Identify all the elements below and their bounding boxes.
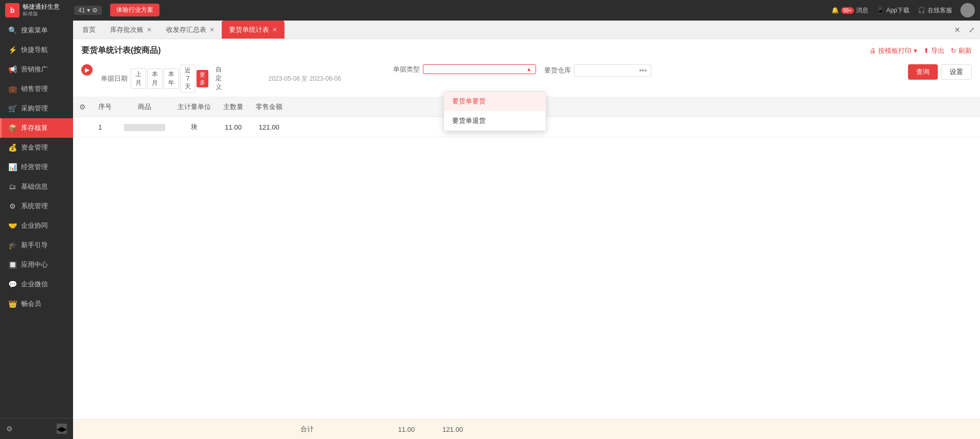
filter-bar: ▶ 单据日期 上月 本月 本年 近7天 更多 自定义 2023-05-06 至 …	[73, 60, 980, 97]
footer-label: 合计	[300, 425, 314, 434]
app-download-label: App下载	[886, 6, 910, 15]
sidebar-item-apps[interactable]: 🔲 应用中心	[0, 255, 73, 275]
refresh-btn[interactable]: ↻ 刷新	[951, 46, 972, 56]
notification-badge: 99+	[841, 7, 854, 14]
filter-action-btns: 查询 设置	[908, 64, 972, 80]
sidebar-item-enterprise[interactable]: 🤝 企业协同	[0, 216, 73, 235]
date-btn-this-year[interactable]: 本年	[164, 68, 179, 89]
phone-icon: 📱	[877, 7, 884, 14]
app-download-area[interactable]: 📱 App下载	[877, 6, 910, 15]
tab-expand-btn[interactable]: ⤢	[966, 24, 978, 36]
sidebar-item-shortcut[interactable]: ⚡ 快捷导航	[0, 40, 73, 60]
company-name: 畅捷通好生意	[23, 3, 60, 10]
table-footer-container: 合计 11.00 121.00	[73, 419, 980, 439]
top-header: b 畅捷通好生意 标准版 41 ▾ ⚙ 体验行业方案 🔔 99+ 消息 📱 Ap…	[0, 0, 980, 21]
dropdown-item-2[interactable]: 要货单退货	[444, 111, 546, 131]
member-icon: 👑	[8, 299, 17, 308]
purchase-icon: 🛒	[8, 104, 17, 113]
sales-icon: 💼	[8, 84, 17, 94]
sidebar-label-sales: 销售管理	[21, 84, 48, 94]
date-btn-7days[interactable]: 近7天	[180, 65, 195, 93]
sidebar-label-member: 畅会员	[21, 299, 41, 308]
footer-amount: 121.00	[432, 426, 473, 433]
tab-requisition_summary[interactable]: 要货单统计表✕	[222, 21, 284, 39]
date-btn-prev-month[interactable]: 上月	[131, 68, 146, 89]
row-amount: 121.00	[250, 117, 289, 137]
apps-icon: 🔲	[8, 260, 17, 269]
user-avatar[interactable]	[960, 3, 975, 17]
account-selector[interactable]: 41 ▾ ⚙	[74, 6, 102, 15]
sidebar-item-guide[interactable]: 🎓 新手引导	[0, 235, 73, 255]
sidebar-item-basic[interactable]: 🗂 基础信息	[0, 177, 73, 196]
sidebar-item-operation[interactable]: 📊 经营管理	[0, 157, 73, 177]
filter-settings-btn[interactable]: 设置	[941, 64, 972, 80]
sidebar-item-finance[interactable]: 💰 资金管理	[0, 138, 73, 157]
trial-btn[interactable]: 体验行业方案	[110, 4, 159, 16]
settings-icon[interactable]: ⚙	[79, 103, 86, 111]
page-header-actions: 🖨 按模板打印 ▾ ⬆ 导出 ↻ 刷新	[869, 46, 972, 56]
row-quantity: 11.00	[217, 117, 250, 137]
sidebar-label-purchase: 采购管理	[21, 104, 48, 113]
date-filter-label: 单据日期	[101, 74, 128, 83]
dropdown-item-1[interactable]: 要货单要货	[444, 92, 546, 111]
tab-close-all-btn[interactable]: ✕	[951, 24, 964, 36]
table-footer: 合计 11.00 121.00	[73, 419, 980, 439]
tab-close-receivable_summary[interactable]: ✕	[209, 26, 215, 33]
warehouse-select[interactable]: •••	[574, 64, 651, 77]
page-title: 要货单统计表(按商品)	[81, 45, 161, 56]
sidebar-item-sales[interactable]: 💼 销售管理	[0, 79, 73, 99]
tab-home[interactable]: 首页	[75, 21, 103, 39]
sidebar-item-inventory[interactable]: 📦 库存核算	[0, 118, 73, 138]
sidebar-label-basic: 基础信息	[21, 182, 48, 191]
online-service-area[interactable]: 🎧 在线客服	[918, 6, 952, 15]
sidebar-label-wechat: 企业微信	[21, 280, 48, 289]
sidebar-collapse-btn[interactable]: ◀▶	[57, 424, 67, 434]
bell-icon: 🔔	[831, 7, 839, 14]
sidebar-item-member[interactable]: 👑 畅会员	[0, 294, 73, 314]
tab-close-requisition_summary[interactable]: ✕	[272, 26, 277, 33]
marketing-icon: 📢	[8, 65, 17, 74]
chevron-down-icon: ▾	[87, 7, 90, 14]
inventory-icon: 📦	[8, 123, 17, 133]
col-settings[interactable]: ⚙	[73, 97, 92, 117]
filter-expand-btn[interactable]: ▶	[81, 64, 93, 76]
export-icon: ⬆	[923, 47, 929, 54]
warehouse-dots-icon: •••	[639, 66, 647, 75]
query-btn[interactable]: 查询	[908, 64, 938, 80]
sidebar-label-inventory: 库存核算	[21, 123, 48, 133]
sidebar-scroll: 🔍 搜索菜单 ⚡ 快捷导航 📢 营销推广 💼 销售管理 🛒 采购管理 📦 库存核…	[0, 21, 73, 418]
sidebar-label-apps: 应用中心	[21, 260, 48, 269]
tab-inventory_batch[interactable]: 库存批次账✕	[103, 21, 159, 39]
sidebar-item-marketing[interactable]: 📢 营销推广	[0, 60, 73, 79]
type-select[interactable]: ▲	[423, 64, 536, 74]
tab-bar-actions: ✕ ⤢	[951, 24, 978, 36]
sidebar-item-wechat[interactable]: 💬 企业微信	[0, 275, 73, 294]
search-icon: 🔍	[8, 26, 17, 35]
sidebar-item-search[interactable]: 🔍 搜索菜单	[0, 21, 73, 40]
account-count: 41	[78, 7, 85, 14]
date-btn-this-month[interactable]: 本月	[147, 68, 163, 89]
print-template-btn[interactable]: 🖨 按模板打印 ▾	[869, 46, 917, 56]
notification-area[interactable]: 🔔 99+ 消息	[831, 6, 868, 15]
sidebar-item-system[interactable]: ⚙ 系统管理	[0, 196, 73, 216]
refresh-label: 刷新	[958, 46, 972, 56]
sidebar: 🔍 搜索菜单 ⚡ 快捷导航 📢 营销推广 💼 销售管理 🛒 采购管理 📦 库存核…	[0, 21, 73, 439]
type-select-arrow: ▲	[526, 66, 531, 72]
row-unit: 块	[171, 117, 217, 137]
date-range-display: 2023-05-06 至 2023-06-06	[235, 75, 385, 83]
settings-icon[interactable]: ⚙	[92, 7, 98, 14]
content-area: 首页库存批次账✕收发存汇总表✕要货单统计表✕ ✕ ⤢ 要货单统计表(按商品) 🖨…	[73, 21, 980, 439]
tab-close-inventory_batch[interactable]: ✕	[147, 26, 152, 33]
col-extra	[289, 97, 980, 117]
tab-receivable_summary[interactable]: 收发存汇总表✕	[159, 21, 222, 39]
date-custom-btn[interactable]: 自定义	[211, 64, 228, 93]
sidebar-label-operation: 经营管理	[21, 162, 48, 172]
sidebar-item-purchase[interactable]: 🛒 采购管理	[0, 99, 73, 118]
finance-icon: 💰	[8, 143, 17, 152]
sidebar-settings-icon[interactable]: ⚙	[6, 425, 13, 433]
date-more-badge[interactable]: 更多	[197, 70, 208, 87]
export-btn[interactable]: ⬆ 导出	[923, 46, 945, 56]
logo-text-block: 畅捷通好生意 标准版	[23, 3, 60, 17]
row-product	[118, 117, 171, 137]
date-filter-group: 单据日期 上月 本月 本年 近7天 更多 自定义 2023-05-06 至 20…	[101, 64, 385, 93]
